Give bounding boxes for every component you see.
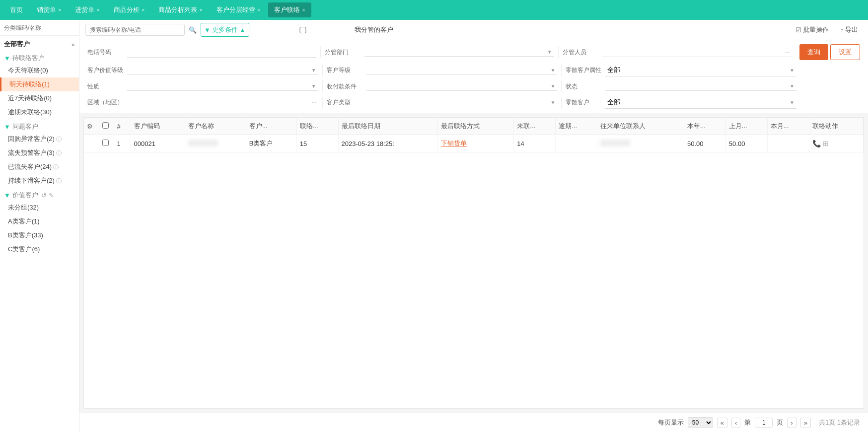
row-check[interactable] (99, 135, 114, 152)
th-action: 联络动作 (809, 118, 863, 135)
close-sales-order[interactable]: × (58, 7, 61, 13)
filter-customer-value-level: 客户价值等级 ▼ (87, 66, 318, 75)
payment-terms-select[interactable]: ▼ (366, 82, 558, 91)
retail-customer-select[interactable]: 全部 ▼ (605, 96, 796, 109)
close-customer-contact[interactable]: × (302, 7, 305, 13)
row-checkbox[interactable] (102, 140, 109, 146)
retail-attr-select[interactable]: 全部 ▼ (605, 64, 796, 76)
gear-icon[interactable]: ⚙ (87, 123, 93, 130)
sidebar-item-class-b[interactable]: B类客户(33) (0, 228, 79, 242)
row-overdue (556, 135, 597, 152)
sidebar-item-unclassified[interactable]: 未分组(32) (0, 201, 79, 215)
th-check[interactable] (99, 118, 114, 135)
select-all-checkbox[interactable] (102, 122, 109, 129)
close-product-analysis[interactable]: × (142, 7, 145, 13)
gender-select[interactable]: ▼ (127, 82, 318, 91)
first-page-btn[interactable]: « (717, 418, 727, 428)
batch-ops-btn[interactable]: ☑ 批量操作 (792, 23, 833, 36)
batch-icon: ☑ (796, 26, 801, 34)
sidebar-item-declining[interactable]: 持续下滑客户(2) ⓘ (0, 174, 79, 188)
sidebar-item-tomorrow[interactable]: 明天待联络(1) (0, 77, 79, 91)
info-icon-losing: ⓘ (56, 150, 62, 156)
edit-value-icon[interactable]: ✎ (49, 192, 54, 199)
close-customer-segmentation[interactable]: × (257, 7, 260, 13)
row-seq: 1 (114, 135, 131, 152)
search-icon[interactable]: 🔍 (189, 26, 197, 34)
content-area: 🔍 ▼ 更多条件 ▲ 我分管的客户 ☑ 批量操作 ↑ 导出 (79, 20, 868, 432)
more-conditions-btn[interactable]: ▼ 更多条件 ▲ (201, 23, 249, 37)
sidebar-search-input[interactable] (4, 24, 78, 31)
sidebar-item-repurchase-abnormal[interactable]: 回购异常客户(2) ⓘ (0, 132, 79, 146)
page-unit: 页 (777, 418, 783, 427)
filter-retail-customer: 零散客户 全部 ▼ (566, 96, 796, 109)
nav-purchase-order[interactable]: 进货单 × (69, 2, 105, 17)
per-page-select[interactable]: 50 100 200 (688, 417, 713, 428)
sidebar-item-next7days[interactable]: 近7天待联络(0) (0, 91, 79, 105)
sidebar-item-class-c[interactable]: C类客户(6) (0, 242, 79, 256)
th-gear[interactable]: ⚙ (84, 118, 99, 135)
row-this-month (767, 135, 809, 152)
sidebar-item-overdue[interactable]: 逾期未联络(30) (0, 105, 79, 119)
division-person-select[interactable]: ··· (602, 48, 792, 57)
th-seq: # (114, 118, 131, 135)
customer-value-level-select[interactable]: ▼ (127, 66, 318, 75)
th-not-contacted: 未联... (514, 118, 556, 135)
close-product-analysis-list[interactable]: × (199, 7, 202, 13)
th-last-month: 上月... (725, 118, 767, 135)
reset-button[interactable]: 设置 (830, 44, 860, 60)
nav-product-analysis[interactable]: 商品分析 × (108, 2, 150, 17)
page-label: 第 (744, 418, 751, 427)
export-btn[interactable]: ↑ 导出 (837, 23, 863, 36)
action-more-icon[interactable]: ⊞ (823, 140, 829, 147)
main-layout: 🔍 全部客户 « ▼ 待联络客户 今天待联络(0) 明天待联络(1) 近7天待联… (0, 20, 868, 432)
row-unit-contact (597, 135, 684, 152)
group-pending-contact: ▼ 待联络客户 (0, 51, 79, 64)
query-button[interactable]: 查询 (799, 44, 828, 60)
nav-sales-order[interactable]: 销货单 × (31, 2, 67, 17)
all-customers-label: 全部客户 « (0, 36, 79, 51)
my-customers-checkbox[interactable] (253, 27, 353, 33)
nav-customer-contact[interactable]: 客户联络 × (268, 2, 311, 17)
prev-page-btn[interactable]: ‹ (731, 418, 740, 428)
sidebar: 🔍 全部客户 « ▼ 待联络客户 今天待联络(0) 明天待联络(1) 近7天待联… (0, 20, 79, 432)
customer-type-select[interactable]: ▼ (366, 98, 558, 107)
sidebar-item-class-a[interactable]: A类客户(1) (0, 215, 79, 228)
table-row: 1 000021 B类客户 15 2023-05-23 18:25: 下销货单 … (84, 135, 864, 152)
page-input[interactable] (755, 418, 773, 428)
nav-product-analysis-list[interactable]: 商品分析列表 × (152, 2, 208, 17)
table-footer: 每页显示 50 100 200 « ‹ 第 页 › » 共1页 1条记录 (79, 413, 868, 432)
filter-icon: ▼ (204, 26, 211, 34)
region-select[interactable]: ··· (127, 98, 318, 107)
filter-row-1: 电话号码 分管部门 ▼ 分管人员 ··· (87, 44, 860, 60)
phone-input[interactable] (127, 47, 316, 58)
sidebar-item-today[interactable]: 今天待联络(0) (0, 64, 79, 77)
filter-retail-attr: 零散客户属性 全部 ▼ (566, 64, 796, 76)
refresh-value-icon[interactable]: ↺ (41, 192, 47, 199)
close-purchase-order[interactable]: × (96, 7, 99, 13)
filter-division-dept: 分管部门 ▼ (325, 48, 554, 57)
row-last-contact-method[interactable]: 下销货单 (438, 135, 514, 152)
chevron-up-icon: ▲ (239, 26, 246, 34)
th-name: 客户名称 (185, 118, 246, 135)
customer-level-select[interactable]: ▼ (366, 66, 558, 75)
row-type: B类客户 (246, 135, 296, 152)
nav-home[interactable]: 首页 (4, 2, 29, 17)
filter-status: 状态 ▼ (566, 82, 796, 91)
next-page-btn[interactable]: › (787, 418, 796, 428)
last-page-btn[interactable]: » (800, 418, 811, 428)
action-call-icon[interactable]: 📞 (812, 140, 821, 147)
sidebar-item-losing[interactable]: 流失预警客户(3) ⓘ (0, 146, 79, 160)
sidebar-item-lost[interactable]: 已流失客户(24) ⓘ (0, 160, 79, 174)
division-dept-select[interactable]: ▼ (364, 48, 554, 57)
my-customers-check[interactable]: 我分管的客户 (253, 25, 393, 34)
status-select[interactable]: ▼ (605, 82, 796, 91)
top-nav: 首页 销货单 × 进货单 × 商品分析 × 商品分析列表 × 客户分层经营 × … (0, 0, 868, 20)
group-value-customers: ▼ 价值客户 ↺ ✎ (0, 188, 79, 201)
row-contacts: 15 (296, 135, 338, 152)
row-gear (84, 135, 99, 152)
sidebar-collapse-btn[interactable]: « (72, 41, 75, 48)
row-name (185, 135, 246, 152)
search-input[interactable] (85, 24, 185, 36)
nav-customer-segmentation[interactable]: 客户分层经营 × (211, 2, 266, 17)
filter-customer-level: 客户等级 ▼ (327, 66, 558, 75)
